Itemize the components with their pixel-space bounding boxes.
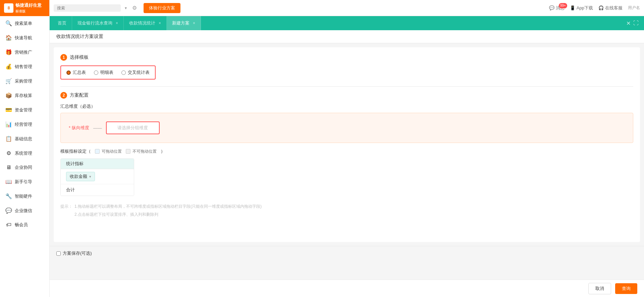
download-button[interactable]: 📱 App下载 xyxy=(570,5,593,11)
sidebar-item-label: 企业协同 xyxy=(15,164,32,170)
metrics-header: 模板指标设定（ 可拖动位置 不可拖动位置 ） xyxy=(60,148,633,154)
save-checkbox[interactable] xyxy=(56,251,61,256)
not-draggable-label: 不可拖动位置 xyxy=(132,149,157,154)
step2-label: 方案配置 xyxy=(70,92,89,98)
service-button[interactable]: 🎧 在线客服 xyxy=(598,5,623,11)
maximize-icon[interactable]: ⛶ xyxy=(633,20,639,26)
close-payment-stats-tab[interactable]: × xyxy=(159,21,161,26)
sidebar-item-guide[interactable]: 📖 新手引导 xyxy=(0,175,49,189)
logo-icon: 8 xyxy=(4,3,13,13)
close-new-plan-tab[interactable]: × xyxy=(193,21,195,26)
draggable-label: 可拖动位置 xyxy=(102,149,122,154)
close-window-icon[interactable]: ✕ xyxy=(626,20,631,27)
metric-tag-amount-label: 收款金额 xyxy=(70,174,87,180)
sidebar-item-wechat[interactable]: 💬 企业微信 xyxy=(0,203,49,218)
operations-icon: 📊 xyxy=(5,121,12,128)
dim-selector[interactable]: 请选择分组维度 xyxy=(106,121,160,134)
inventory-icon: 📦 xyxy=(5,92,12,99)
trial-button[interactable]: 体验行业方案 xyxy=(144,3,180,13)
tab-home[interactable]: 首页 xyxy=(52,16,72,30)
tip-line-2: 提示： 2.点击标题栏下拉可设置排序、插入列和删除列 xyxy=(60,210,633,218)
not-draggable-toggle: 不可拖动位置 xyxy=(126,149,157,154)
tip-prefix-1: 提示： xyxy=(60,202,72,210)
radio-cross-input[interactable] xyxy=(121,70,126,75)
sidebar-item-enterprise[interactable]: 🖥 企业协同 xyxy=(0,160,49,175)
messages-button[interactable]: 💬 消息 99+ xyxy=(549,5,565,11)
template-options: 汇总表 明细表 交叉统计表 xyxy=(60,65,156,80)
metric-row-total: 合计 xyxy=(61,184,134,196)
radio-summary-input[interactable] xyxy=(66,70,71,75)
step1-section: 1 选择模板 汇总表 明细表 交叉统计表 xyxy=(60,54,633,80)
radio-detail-label: 明细表 xyxy=(100,69,113,76)
gear-icon[interactable]: ⚙ xyxy=(132,5,137,11)
page-title: 收款情况统计方案设置 xyxy=(50,30,644,43)
tip-line-1: 提示： 1.拖动标题栏可以调整布局，不可跨维度或指标区域拖动栏目字段(只能在同一… xyxy=(60,202,633,210)
step1-header: 1 选择模板 xyxy=(60,54,633,61)
dim-arrow: —— xyxy=(93,126,102,131)
radio-detail[interactable]: 明细表 xyxy=(94,69,113,76)
sidebar-item-basic-info[interactable]: 📋 基础信息 xyxy=(0,132,49,146)
query-button[interactable]: 查询 xyxy=(615,283,637,294)
logo-text: 畅捷通好生意 xyxy=(15,2,42,8)
sidebar-item-label: 基础信息 xyxy=(15,136,32,142)
tab-actions: ✕ ⛶ xyxy=(626,16,641,30)
sidebar-item-member[interactable]: 🏷 畅会员 xyxy=(0,218,49,232)
tip-text-2: 2.点击标题栏下拉可设置排序、插入列和删除列 xyxy=(74,210,158,218)
sidebar-item-label: 快速导航 xyxy=(15,35,32,41)
search-menu-icon: 🔍 xyxy=(5,20,12,27)
not-draggable-toggle-box xyxy=(126,149,130,154)
logo-version: 标准版 xyxy=(15,9,42,14)
radio-detail-input[interactable] xyxy=(94,70,98,75)
step2-header: 2 方案配置 xyxy=(60,92,633,99)
quick-nav-icon: 🏠 xyxy=(5,35,12,41)
step2-section: 2 方案配置 汇总维度（必选） * 纵向维度 —— 请选择分组维度 模板指标设定… xyxy=(60,92,633,218)
bottom-save-bar: 方案保存(可选) xyxy=(50,246,644,260)
sidebar-item-capital[interactable]: 💳 资金管理 xyxy=(0,103,49,117)
user-avatar[interactable]: 用户名 xyxy=(628,5,640,11)
metric-total-label: 合计 xyxy=(66,187,75,193)
basic-info-icon: 📋 xyxy=(5,136,12,142)
sidebar-item-smart-hw[interactable]: 🔧 智能硬件 xyxy=(0,189,49,203)
marketing-icon: 🎁 xyxy=(5,49,12,55)
sidebar-item-operations[interactable]: 📊 经营管理 xyxy=(0,117,49,132)
draggable-toggle: 可拖动位置 xyxy=(95,149,122,154)
search-input[interactable] xyxy=(54,4,121,12)
save-option[interactable]: 方案保存(可选) xyxy=(56,250,637,256)
close-cash-flow-tab[interactable]: × xyxy=(116,21,118,26)
sidebar-item-quick-nav[interactable]: 🏠 快速导航 xyxy=(0,31,49,45)
sidebar-item-system[interactable]: ⚙ 系统管理 xyxy=(0,146,49,160)
metric-chevron-icon[interactable]: ▾ xyxy=(89,175,91,179)
sidebar-item-label: 资金管理 xyxy=(15,107,32,113)
footer-bar: 取消 查询 xyxy=(50,280,644,297)
sidebar-item-marketing[interactable]: 🎁 营销推广 xyxy=(0,45,49,59)
guide-icon: 📖 xyxy=(5,179,12,185)
main-content: ▾ ⚙ 体验行业方案 💬 消息 99+ 📱 App下载 🎧 在线客服 用户名 xyxy=(50,0,644,297)
cancel-button[interactable]: 取消 xyxy=(588,283,611,294)
tab-new-plan[interactable]: 新建方案 × xyxy=(167,16,201,30)
tab-cash-flow-label: 现金银行流水查询 xyxy=(77,20,112,26)
sidebar-item-label: 经营管理 xyxy=(15,121,32,128)
tab-payment-stats[interactable]: 收款情况统计 × xyxy=(124,16,167,30)
tab-cash-flow[interactable]: 现金银行流水查询 × xyxy=(72,16,124,30)
tab-home-label: 首页 xyxy=(58,20,66,26)
metric-tag-amount[interactable]: 收款金额 ▾ xyxy=(66,172,95,181)
sidebar-item-sales[interactable]: 💰 销售管理 xyxy=(0,59,49,74)
sidebar-item-label: 智能硬件 xyxy=(15,193,32,199)
tip-text-1: 1.拖动标题栏可以调整布局，不可跨维度或指标区域拖动栏目字段(只能在同一维度或指… xyxy=(74,202,262,210)
purchase-icon: 🛒 xyxy=(5,78,12,84)
sidebar-item-inventory[interactable]: 📦 库存核算 xyxy=(0,88,49,103)
tab-bar: 首页 现金银行流水查询 × 收款情况统计 × 新建方案 × ✕ ⛶ xyxy=(50,16,644,30)
tips-section: 提示： 1.拖动标题栏可以调整布局，不可跨维度或指标区域拖动栏目字段(只能在同一… xyxy=(60,202,633,218)
dim-row-label: * 纵向维度 xyxy=(69,125,89,131)
radio-cross[interactable]: 交叉统计表 xyxy=(121,69,150,76)
tab-new-plan-label: 新建方案 xyxy=(172,20,190,26)
sidebar-item-purchase[interactable]: 🛒 采购管理 xyxy=(0,74,49,88)
metrics-subsection: 模板指标设定（ 可拖动位置 不可拖动位置 ） 统计指标 xyxy=(60,148,633,197)
chevron-down-icon[interactable]: ▾ xyxy=(125,6,127,10)
radio-summary[interactable]: 汇总表 xyxy=(66,69,86,76)
sidebar-item-label: 营销推广 xyxy=(15,49,32,55)
sidebar-item-search-menu[interactable]: 🔍 搜索菜单 xyxy=(0,16,49,31)
sidebar-item-label: 库存核算 xyxy=(15,93,32,99)
header-right: 💬 消息 99+ 📱 App下载 🎧 在线客服 用户名 xyxy=(549,5,640,11)
step1-number: 1 xyxy=(60,54,67,61)
